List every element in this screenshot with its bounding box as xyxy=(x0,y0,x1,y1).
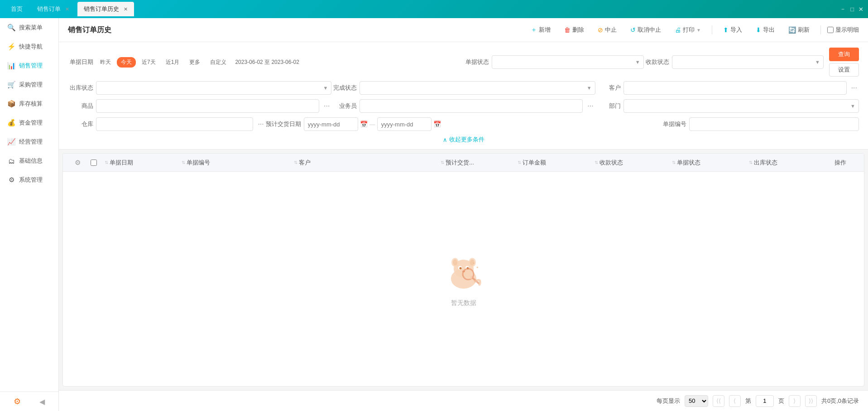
master-data-icon: 🗂 xyxy=(7,157,15,165)
out-status-select[interactable] xyxy=(96,81,331,95)
page-input[interactable] xyxy=(756,395,774,407)
sidebar-item-finance[interactable]: 💰 资金管理 xyxy=(0,113,58,132)
col-pay-status[interactable]: ⇅ 收款状态 xyxy=(591,159,668,167)
date-separator: — xyxy=(369,121,375,128)
inventory-icon: 📦 xyxy=(7,100,15,108)
department-select[interactable] xyxy=(623,99,859,113)
col-settings[interactable]: ⚙ xyxy=(68,159,86,167)
filter-row-2: 出库状态 ▼ 完成状态 ▼ xyxy=(68,81,859,95)
table-settings-icon[interactable]: ⚙ xyxy=(75,159,81,167)
svg-text:✦: ✦ xyxy=(476,266,479,270)
per-page-select[interactable]: 10 20 50 100 xyxy=(685,395,708,407)
print-button[interactable]: 🖨 打印 ▼ xyxy=(670,24,705,36)
tab-sales-order-label: 销售订单 xyxy=(37,5,61,13)
sidebar-item-quick-nav-label: 快捷导航 xyxy=(19,43,43,51)
tab-sales-order-history-label: 销售订单历史 xyxy=(84,5,119,13)
collapse-row[interactable]: ∧ 收起更多条件 xyxy=(68,135,859,144)
query-button[interactable]: 查询 xyxy=(829,48,859,61)
out-status-select-wrapper: ▼ xyxy=(96,81,331,95)
delivery-date-to[interactable] xyxy=(377,117,432,131)
salesperson-dots[interactable]: ··· xyxy=(585,102,595,110)
sidebar-item-master-data[interactable]: 🗂 基础信息 xyxy=(0,151,58,170)
calendar-to-icon[interactable]: 📅 xyxy=(433,121,441,128)
settings-button[interactable]: 设置 xyxy=(829,63,859,77)
sidebar-collapse-icon[interactable]: ◀ xyxy=(39,397,45,406)
sidebar-settings-icon[interactable]: ⚙ xyxy=(14,396,21,406)
new-button[interactable]: ＋ 新增 xyxy=(526,24,555,36)
delivery-date-label: 预计交货日期 xyxy=(266,120,301,128)
display-dense-toggle[interactable]: 显示明细 xyxy=(827,26,859,34)
delivery-date-from[interactable] xyxy=(304,117,358,131)
tab-sales-order-history-close[interactable]: ✕ xyxy=(124,6,128,12)
next-page-btn[interactable]: ⟩ xyxy=(789,395,801,407)
quick-nav-icon: ⚡ xyxy=(7,43,15,51)
refresh-label: 刷新 xyxy=(798,26,810,34)
prev-page-btn[interactable]: ⟨ xyxy=(729,395,741,407)
export-button[interactable]: ⬇ 导出 xyxy=(751,24,779,36)
col-order-no[interactable]: ⇅ 单据编号 xyxy=(178,159,290,167)
date-tab-7days[interactable]: 近7天 xyxy=(138,57,160,68)
col-out-status[interactable]: ⇅ 出库状态 xyxy=(745,159,822,167)
select-all-checkbox[interactable] xyxy=(91,160,97,166)
tab-home-label: 首页 xyxy=(11,5,23,13)
sidebar-item-operations[interactable]: 📈 经营管理 xyxy=(0,132,58,151)
col-order-status[interactable]: ⇅ 单据状态 xyxy=(668,159,745,167)
last-page-btn[interactable]: ⟩⟩ xyxy=(805,395,817,407)
col-date[interactable]: ⇅ 单据日期 xyxy=(101,159,178,167)
payment-status-select[interactable] xyxy=(672,55,824,69)
import-button[interactable]: ⬆ 导入 xyxy=(719,24,747,36)
delete-button[interactable]: 🗑 删除 xyxy=(560,24,589,36)
date-tab-more[interactable]: 更多 xyxy=(185,57,204,68)
minimize-btn[interactable]: － xyxy=(840,5,846,13)
export-icon: ⬇ xyxy=(756,26,761,34)
tab-sales-order[interactable]: 销售订单 ✕ xyxy=(31,2,76,16)
display-dense-label: 显示明细 xyxy=(835,26,859,34)
warehouse-input[interactable] xyxy=(96,117,253,131)
filter-out-status: 出库状态 ▼ xyxy=(68,81,331,95)
sidebar-item-search-menu[interactable]: 🔍 搜索菜单 xyxy=(0,18,58,37)
cancel-stop-button[interactable]: ↺ 取消中止 xyxy=(626,24,666,36)
col-delivery[interactable]: ⇅ 预计交货... xyxy=(437,159,514,167)
col-amount[interactable]: ⇅ 订单金额 xyxy=(514,159,591,167)
stop-button[interactable]: ⊘ 中止 xyxy=(593,24,621,36)
complete-status-select[interactable] xyxy=(360,81,595,95)
delete-icon: 🗑 xyxy=(564,26,571,34)
close-btn[interactable]: ✕ xyxy=(858,6,863,13)
customer-input[interactable] xyxy=(623,81,847,95)
pagination: 每页显示 10 20 50 100 ⟨⟨ ⟨ 第 页 ⟩ ⟩⟩ 共0页,0条记录 xyxy=(59,390,868,411)
maximize-btn[interactable]: □ xyxy=(850,6,854,13)
sidebar-item-sales[interactable]: 📊 销售管理 xyxy=(0,56,58,75)
sidebar-item-sales-label: 销售管理 xyxy=(19,62,43,70)
col-order-no-sort-icon: ⇅ xyxy=(182,160,185,165)
sidebar-item-purchase[interactable]: 🛒 采购管理 xyxy=(0,75,58,94)
filter-row-3: 商品 ··· 业务员 ··· 部门 ▼ xyxy=(68,99,859,113)
warehouse-dots[interactable]: ··· xyxy=(256,120,265,128)
sidebar-item-system[interactable]: ⚙ 系统管理 xyxy=(0,170,58,189)
customer-dots[interactable]: ··· xyxy=(849,84,859,92)
sidebar-item-quick-nav[interactable]: ⚡ 快捷导航 xyxy=(0,37,58,56)
tab-sales-order-close[interactable]: ✕ xyxy=(65,6,69,12)
display-dense-checkbox[interactable] xyxy=(827,27,834,33)
refresh-button[interactable]: 🔄 刷新 xyxy=(784,24,814,36)
sidebar-item-inventory[interactable]: 📦 库存核算 xyxy=(0,94,58,113)
payment-status-select-wrapper: ▼ xyxy=(672,55,824,69)
sidebar-item-purchase-label: 采购管理 xyxy=(19,81,43,89)
first-page-btn[interactable]: ⟨⟨ xyxy=(713,395,724,407)
goods-dots[interactable]: ··· xyxy=(322,102,331,110)
cancel-stop-label: 取消中止 xyxy=(638,26,661,34)
calendar-from-icon[interactable]: 📅 xyxy=(360,121,368,128)
col-customer-label: 客户 xyxy=(299,159,311,167)
tab-home[interactable]: 首页 xyxy=(5,2,29,16)
date-tab-yesterday[interactable]: 昨天 xyxy=(96,57,115,68)
date-tab-custom[interactable]: 自定义 xyxy=(206,57,230,68)
salesperson-input[interactable] xyxy=(360,99,583,113)
col-amount-sort-icon: ⇅ xyxy=(518,160,521,165)
date-tab-1month[interactable]: 近1月 xyxy=(162,57,184,68)
col-customer[interactable]: ⇅ 客户 xyxy=(290,159,437,167)
tab-sales-order-history[interactable]: 销售订单历史 ✕ xyxy=(77,2,134,16)
goods-input[interactable] xyxy=(96,99,319,113)
order-status-select[interactable] xyxy=(492,55,643,69)
date-tab-today[interactable]: 今天 xyxy=(117,57,136,68)
order-no-input[interactable] xyxy=(689,117,859,131)
svg-point-8 xyxy=(459,267,461,270)
